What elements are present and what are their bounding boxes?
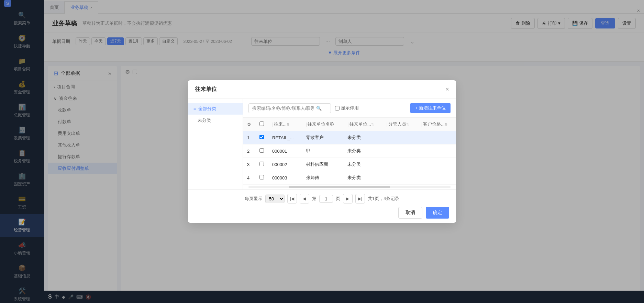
row-category: 未分类	[343, 144, 382, 158]
page-unit: 页	[336, 196, 340, 202]
modal-action-buttons: 取消 确定	[195, 207, 449, 219]
page-input[interactable]	[319, 195, 333, 203]
row-no: 1	[243, 131, 255, 144]
search-icon: 🔍	[316, 106, 322, 111]
modal-title: 往来单位	[195, 86, 217, 93]
total-text: 共1页，4条记录	[368, 196, 399, 202]
show-inactive-checkbox[interactable]	[335, 106, 340, 110]
horizontal-scrollbar[interactable]	[248, 186, 451, 188]
col-manager: |分管人员⇅	[382, 118, 417, 131]
modal-content: 🔍 显示停用 + 新增往来单位 ⚙	[243, 99, 456, 189]
row-no: 4	[243, 171, 255, 185]
row-checkbox[interactable]	[255, 171, 268, 185]
col-settings[interactable]: ⚙	[243, 118, 255, 131]
row-manager	[382, 144, 417, 158]
row-name: 甲	[302, 144, 343, 158]
page-size-select[interactable]: 50 10 20 100	[265, 195, 285, 203]
pagination: 每页显示 50 10 20 100 |◀ ◀ 第 页 ▶ ▶| 共1页，4条记录	[195, 194, 449, 203]
modal-sidebar-item-all[interactable]: ≡ 全部分类	[188, 103, 243, 115]
row-name: 零散客户	[302, 131, 343, 144]
row-category: 未分类	[343, 131, 382, 144]
cancel-button[interactable]: 取消	[398, 207, 422, 219]
row-manager	[382, 131, 417, 144]
row-name: 张师傅	[302, 171, 343, 185]
add-party-button[interactable]: + 新增往来单位	[410, 103, 451, 113]
table-select-all[interactable]	[259, 121, 264, 126]
modal-body: ≡ 全部分类 未分类 🔍	[188, 99, 456, 189]
row-checkbox[interactable]	[255, 144, 268, 158]
grid-menu-icon: ≡	[193, 106, 196, 112]
page-first-btn[interactable]: |◀	[287, 194, 297, 203]
table-row[interactable]: 2 000001 甲 未分类	[243, 144, 456, 158]
row-no: 2	[243, 144, 255, 158]
modal-footer: 每页显示 50 10 20 100 |◀ ◀ 第 页 ▶ ▶| 共1页，4条记录	[188, 189, 456, 223]
modal-overlay: 往来单位 × ≡ 全部分类 未分类	[0, 0, 644, 303]
row-category: 未分类	[343, 171, 382, 185]
modal-search-container: 🔍	[248, 103, 331, 113]
page-prev-btn[interactable]: ◀	[300, 194, 309, 203]
row-code: 000003	[268, 171, 302, 185]
page-label: 第	[312, 196, 317, 202]
modal-sidebar: ≡ 全部分类 未分类	[188, 99, 243, 189]
row-checkbox[interactable]	[255, 131, 268, 144]
table-row[interactable]: 1 RETAIL_... 零散客户 未分类	[243, 131, 456, 144]
show-inactive-label: 显示停用	[335, 105, 359, 111]
row-price	[417, 131, 456, 144]
modal-search-input[interactable]	[252, 106, 314, 111]
modal-table: ⚙ |往来...⇅ |往来单位名称 |往来单位...⇅ |分管人员⇅ |客户价格…	[243, 118, 456, 189]
table-row[interactable]: 3 000002 材料供应商 未分类	[243, 158, 456, 171]
col-category: |往来单位...⇅	[343, 118, 382, 131]
table-row[interactable]: 4 000003 张师傅 未分类	[243, 171, 456, 185]
row-category: 未分类	[343, 158, 382, 171]
row-manager	[382, 158, 417, 171]
row-code: 000001	[268, 144, 302, 158]
modal-sidebar-item-unclassified[interactable]: 未分类	[188, 115, 243, 126]
row-checkbox[interactable]	[255, 158, 268, 171]
row-code: RETAIL_...	[268, 131, 302, 144]
confirm-button[interactable]: 确定	[426, 207, 449, 219]
row-price	[417, 158, 456, 171]
row-price	[417, 171, 456, 185]
modal-close-button[interactable]: ×	[445, 86, 449, 93]
page-next-btn[interactable]: ▶	[343, 194, 353, 203]
col-code: |往来...⇅	[268, 118, 302, 131]
row-price	[417, 144, 456, 158]
col-checkbox[interactable]	[255, 118, 268, 131]
page-size-label: 每页显示	[245, 196, 263, 202]
col-name: |往来单位名称	[302, 118, 343, 131]
row-name: 材料供应商	[302, 158, 343, 171]
row-no: 3	[243, 158, 255, 171]
modal-header: 往来单位 ×	[188, 80, 456, 99]
row-code: 000002	[268, 158, 302, 171]
page-last-btn[interactable]: ▶|	[355, 194, 365, 203]
col-price: |客户价格...⇅	[417, 118, 456, 131]
modal-dialog: 往来单位 × ≡ 全部分类 未分类	[188, 80, 456, 223]
row-manager	[382, 171, 417, 185]
modal-search-bar: 🔍 显示停用 + 新增往来单位	[243, 99, 456, 118]
